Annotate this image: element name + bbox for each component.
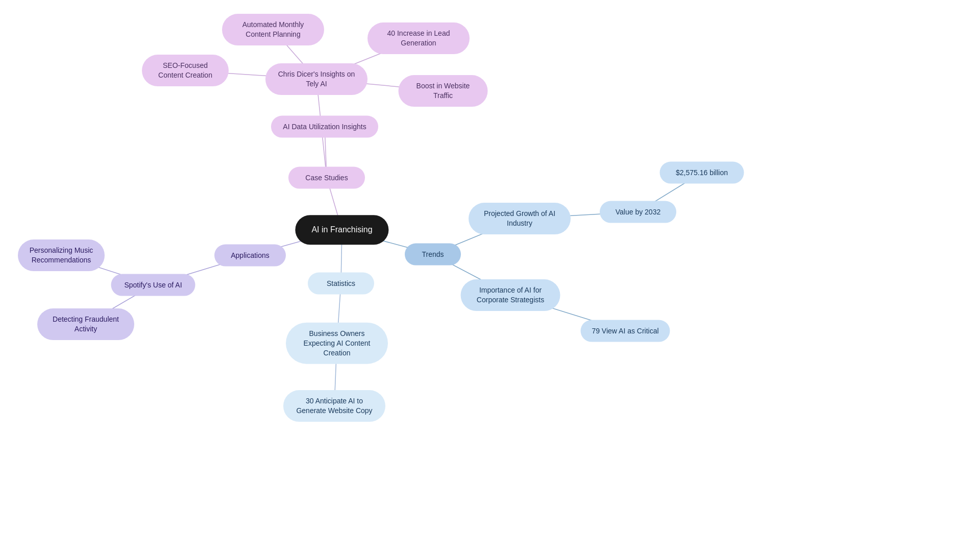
node-ai-data-utilization[interactable]: AI Data Utilization Insights [271,116,378,138]
node-statistics[interactable]: Statistics [308,273,374,295]
node-personalizing-music[interactable]: Personalizing Music Recommendations [18,239,105,271]
node-applications[interactable]: Applications [214,245,286,267]
node-view-ai-critical[interactable]: 79 View AI as Critical [581,320,670,342]
node-value-by-2032[interactable]: Value by 2032 [600,201,676,223]
node-projected-growth[interactable]: Projected Growth of AI Industry [469,203,571,234]
node-trends[interactable]: Trends [405,244,461,266]
node-lead-generation[interactable]: 40 Increase in Lead Generation [368,22,470,54]
node-seo-focused[interactable]: SEO-Focused Content Creation [142,55,229,86]
node-automated-monthly[interactable]: Automated Monthly Content Planning [222,14,324,45]
node-case-studies[interactable]: Case Studies [288,167,365,189]
node-detecting-fraudulent[interactable]: Detecting Fraudulent Activity [37,308,134,340]
node-anticipate-ai[interactable]: 30 Anticipate AI to Generate Website Cop… [283,390,385,422]
node-business-owners[interactable]: Business Owners Expecting AI Content Cre… [286,323,388,364]
node-website-traffic[interactable]: Boost in Website Traffic [399,75,488,107]
node-value-amount[interactable]: $2,575.16 billion [660,162,744,184]
node-spotifys-use[interactable]: Spotify's Use of AI [111,274,195,296]
node-chris-dicer[interactable]: Chris Dicer's Insights on Tely AI [265,63,368,95]
mindmap-container: AI in FranchisingChris Dicer's Insights … [0,0,980,553]
node-importance-ai[interactable]: Importance of AI for Corporate Strategis… [461,279,560,311]
center-node[interactable]: AI in Franchising [295,215,388,245]
